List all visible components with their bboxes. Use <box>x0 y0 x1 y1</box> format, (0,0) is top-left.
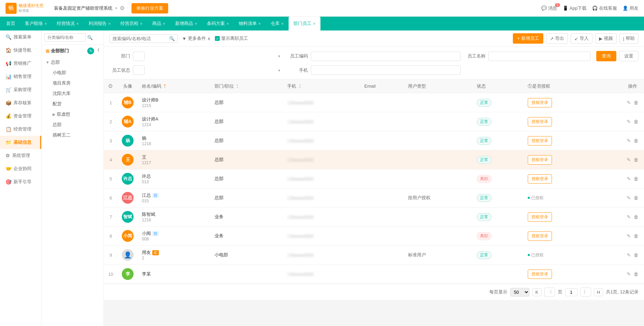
search-icon[interactable]: 🔍 <box>169 36 175 41</box>
sidebar-item-guide[interactable]: 🎯 新手引导 <box>0 175 41 188</box>
close-icon[interactable]: ✕ <box>313 22 316 26</box>
delete-icon[interactable]: 🗑 <box>634 233 638 239</box>
all-dept-label[interactable]: 全部部门 <box>51 48 69 54</box>
tab-customer[interactable]: 客户联络 ✕ <box>20 17 52 30</box>
tab-bom[interactable]: 物料清单 ✕ <box>234 17 266 30</box>
edit-icon[interactable]: ✎ <box>627 233 631 239</box>
page-number-input[interactable] <box>565 288 578 296</box>
sort-arrows-phone[interactable]: ▲ ▼ <box>299 83 301 89</box>
close-icon[interactable]: ✕ <box>108 22 111 26</box>
emp-code-input[interactable] <box>311 52 461 61</box>
add-employee-button[interactable]: + 新增员工 <box>513 33 543 44</box>
emp-name-input[interactable] <box>488 52 591 61</box>
close-icon[interactable]: ✕ <box>258 22 261 26</box>
emp-status-select[interactable] <box>133 65 145 75</box>
auth-login-button[interactable]: 授权登录 <box>528 155 552 165</box>
auth-login-button[interactable]: 授权登录 <box>528 231 552 241</box>
tab-dept-staff[interactable]: 部门员工 ✕ <box>289 17 320 30</box>
sidebar-item-search[interactable]: 🔍 搜索菜单 <box>0 30 41 44</box>
export-button[interactable]: ↗ 导出 <box>546 33 568 44</box>
close-icon[interactable]: ✕ <box>281 22 284 26</box>
dept-item-hq2[interactable]: 总部 <box>42 120 103 130</box>
sidebar-item-inventory[interactable]: 📦 库存核算 <box>0 96 41 109</box>
delete-icon[interactable]: 🗑 <box>634 157 638 162</box>
delete-icon[interactable]: 🗑 <box>634 195 638 201</box>
user-btn[interactable]: 👤 用友 <box>623 5 638 11</box>
edit-icon[interactable]: ✎ <box>627 271 631 277</box>
tab-home[interactable]: 首页 <box>1 17 20 30</box>
dept-edit-button[interactable]: ✎ <box>87 47 94 54</box>
sidebar-item-purchase[interactable]: 🛒 采购管理 <box>0 83 41 96</box>
more-conditions-btn[interactable]: ▼ 更多条件 ∧ <box>182 35 211 42</box>
dept-search-input[interactable] <box>44 33 86 42</box>
close-icon[interactable]: ✕ <box>44 22 47 26</box>
import-button[interactable]: ↙ 导入 <box>571 33 592 44</box>
query-button[interactable]: 查询 <box>596 51 616 61</box>
edit-icon[interactable]: ✎ <box>627 176 631 182</box>
edit-icon[interactable]: ✎ <box>627 195 631 201</box>
edit-icon[interactable]: ✎ <box>627 252 631 258</box>
help-button[interactable]: | 帮助 <box>619 33 638 44</box>
settings-col-icon[interactable]: ⚙ <box>108 83 113 89</box>
edit-icon[interactable]: ✎ <box>627 157 631 162</box>
sidebar-item-sales[interactable]: 📊 销售管理 <box>0 70 41 83</box>
show-resigned-checkbox[interactable]: ✓ <box>215 36 220 41</box>
sidebar-item-basic-info[interactable]: 📁 基础信息 <box>0 136 41 149</box>
auth-login-button[interactable]: 授权登录 <box>528 270 552 279</box>
edit-icon[interactable]: ✎ <box>627 119 631 124</box>
dept-select[interactable] <box>133 52 145 61</box>
close-icon[interactable]: ✕ <box>163 22 165 26</box>
auth-login-button[interactable]: 授权登录 <box>528 117 552 126</box>
close-icon[interactable]: ✕ <box>194 22 197 26</box>
phone-input[interactable] <box>311 65 461 75</box>
tab-barcode[interactable]: 条码方案 ✕ <box>202 17 234 30</box>
delete-icon[interactable]: 🗑 <box>634 271 638 277</box>
sort-arrows-name[interactable]: ▲ ▼ <box>163 83 166 89</box>
dept-item-headquarters[interactable]: ▼ 总部 <box>42 57 103 68</box>
sidebar-item-system[interactable]: ⚙ 系统管理 <box>0 149 41 162</box>
edit-icon[interactable]: ✎ <box>627 214 631 220</box>
dept-collapse-arrow[interactable]: 《 <box>96 47 99 54</box>
tab-goods[interactable]: 商品 ✕ <box>147 17 170 30</box>
settings-icon[interactable]: ⚙ <box>120 5 125 11</box>
delete-icon[interactable]: 🗑 <box>634 138 638 143</box>
view-button[interactable]: ▶ 视频 <box>595 33 617 44</box>
delete-icon[interactable]: 🗑 <box>634 176 638 182</box>
page-next-btn[interactable]: 〉 <box>580 288 591 297</box>
dept-item-tree[interactable]: 插树王二 <box>42 130 103 140</box>
dept-search-icon[interactable]: 🔍 <box>87 35 93 40</box>
system-dropdown-arrow[interactable]: ▾ <box>115 6 117 10</box>
dept-item-small-elec[interactable]: 小电部 <box>42 68 103 78</box>
delete-icon[interactable]: 🗑 <box>634 252 638 258</box>
per-page-select[interactable]: 50 20 100 <box>510 288 529 297</box>
delete-icon[interactable]: 🗑 <box>634 100 638 105</box>
sidebar-item-nav[interactable]: 🏠 快捷导航 <box>0 44 41 57</box>
sidebar-item-finance[interactable]: 💰 资金管理 <box>0 109 41 123</box>
search-input[interactable] <box>112 36 168 41</box>
auth-login-button[interactable]: 授权登录 <box>528 98 552 107</box>
tab-warehouse[interactable]: 仓库 ✕ <box>266 17 289 30</box>
sidebar-item-collab[interactable]: 🤝 企业协同 <box>0 162 41 175</box>
reset-button[interactable]: 设置 <box>619 51 638 61</box>
close-icon[interactable]: ✕ <box>140 22 143 26</box>
page-prev-btn[interactable]: 〈 <box>544 288 555 297</box>
tab-history[interactable]: 经营历程 ✕ <box>116 17 147 30</box>
page-first-btn[interactable]: K <box>532 288 542 296</box>
tab-add-goods[interactable]: 新增商品 ✕ <box>170 17 202 30</box>
delete-icon[interactable]: 🗑 <box>634 119 638 124</box>
delete-icon[interactable]: 🗑 <box>634 214 638 220</box>
auth-login-button[interactable]: 授权登录 <box>528 212 552 222</box>
dept-item-project-storage[interactable]: 项目库房 <box>42 78 103 88</box>
page-last-btn[interactable]: H <box>594 288 603 296</box>
dept-item-distribution[interactable]: 配货 <box>42 99 103 109</box>
close-icon[interactable]: ✕ <box>76 22 79 26</box>
edit-icon[interactable]: ✎ <box>627 100 631 105</box>
close-icon[interactable]: ✕ <box>226 22 229 26</box>
edit-icon[interactable]: ✎ <box>627 138 631 143</box>
tab-operation[interactable]: 经营情况 ✕ <box>52 17 84 30</box>
service-btn[interactable]: 🎧 在线客服 <box>592 5 617 11</box>
message-btn[interactable]: 💬 消息 5 <box>541 5 557 11</box>
app-download-btn[interactable]: 📱 App下载 <box>563 5 587 11</box>
dept-item-shenyang[interactable]: 沈阳大库 <box>42 88 103 99</box>
auth-login-button[interactable]: 授权登录 <box>528 174 552 184</box>
